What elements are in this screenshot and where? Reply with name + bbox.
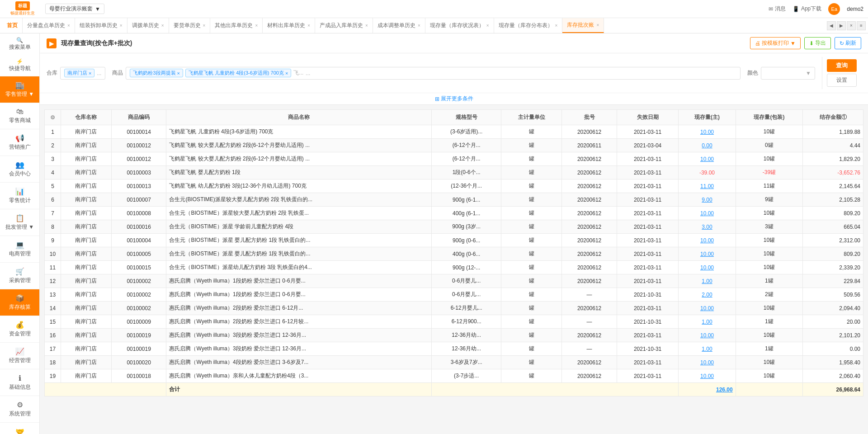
sidebar-item-system[interactable]: ⚙ 系统管理 xyxy=(0,396,39,423)
tab-zuzhuang[interactable]: 组装拆卸单历史 × xyxy=(75,18,127,33)
sidebar-item-ecommerce[interactable]: 💻 电商管理 xyxy=(0,236,39,263)
cell-batch: 20200612 xyxy=(562,125,617,139)
sidebar-item-inventory[interactable]: 📦 库存核算 xyxy=(0,289,39,316)
sidebar-item-marketing[interactable]: 📢 营销推广 xyxy=(0,129,39,156)
cell-stock-pkg: 10罐 xyxy=(736,369,802,383)
cell-stock-main[interactable]: 10.00 xyxy=(679,247,736,261)
avatar[interactable]: Ea xyxy=(828,3,840,15)
refresh-btn[interactable]: ↻ 刷新 xyxy=(835,37,861,49)
cell-expiry: 2021-03-11 xyxy=(617,179,678,193)
tab-product-in[interactable]: 产成品入库单历史 × xyxy=(315,18,373,33)
tab-diaob[interactable]: 调拨单历史 × xyxy=(127,18,169,33)
cell-stock-main[interactable]: 10.00 xyxy=(679,261,736,274)
table-row: 4 南岸门店 00100003 飞鹤星飞帆 婴儿配方奶粉 1段 1段(0-6个.… xyxy=(45,166,863,179)
cell-stock-main[interactable]: 3.00 xyxy=(679,220,736,234)
cell-amount: 1,958.40 xyxy=(803,356,863,369)
tab-product-in-close-icon[interactable]: × xyxy=(365,23,368,28)
warehouse-more: ... xyxy=(97,70,101,76)
sidebar-item-retail[interactable]: 🏬 零售管理 ▼ xyxy=(0,76,39,103)
table-row: 17 南岸门店 00100019 惠氏启腾（Wyeth illuma）3段奶粉 … xyxy=(45,342,863,356)
cell-stock-main[interactable]: 1.00 xyxy=(679,342,736,356)
th-settings[interactable]: ⚙ xyxy=(45,110,61,125)
table-row: 16 南岸门店 00100019 惠氏启腾（Wyeth illuma）3段奶粉 … xyxy=(45,329,863,342)
sidebar-item-wholesale[interactable]: 📋 批发管理 ▼ xyxy=(0,209,39,236)
cell-spec: 900g (6-1... xyxy=(431,193,501,207)
query-btn[interactable]: 查询 xyxy=(827,59,857,72)
cell-spec: 6-12月900... xyxy=(431,315,501,329)
template-print-btn[interactable]: 🖨 按模板打印 ▼ xyxy=(750,37,801,49)
tab-next-btn[interactable]: ▶ xyxy=(837,21,846,30)
warehouse-tag-close-icon[interactable]: × xyxy=(89,71,91,76)
cell-stock-main[interactable]: 10.00 xyxy=(679,207,736,220)
tab-home[interactable]: 首页 xyxy=(2,18,23,33)
cell-stock-main[interactable]: 1.00 xyxy=(679,315,736,329)
app-download-btn[interactable]: 📱 App下载 xyxy=(793,5,821,13)
cell-amount: 20.00 xyxy=(803,315,863,329)
sidebar-item-finance-label: 资金管理 xyxy=(9,330,31,337)
tab-yaoh[interactable]: 要货单历史 × xyxy=(169,18,211,33)
store-chevron-icon: ▼ xyxy=(95,6,100,12)
export-btn[interactable]: ⬇ 导出 xyxy=(804,37,831,49)
cell-stock-main[interactable]: 1.00 xyxy=(679,274,736,288)
cell-amount: 2,094.40 xyxy=(803,302,863,315)
sidebar-item-mall[interactable]: 🛍 零售商城 xyxy=(0,103,39,129)
tab-close-all-btn[interactable]: × xyxy=(847,21,856,30)
warehouse-tag-wrap[interactable]: 南岸门店 × ... xyxy=(60,67,105,80)
cell-stock-main[interactable]: 0.00 xyxy=(679,139,736,152)
tab-menu-btn[interactable]: ≡ xyxy=(857,21,866,30)
store-selector[interactable]: 母婴行业演示账套 ▼ xyxy=(45,4,104,14)
sidebar-search[interactable]: 🔍 搜索菜单 xyxy=(0,33,39,55)
sidebar-item-collab[interactable]: 🤝 企业协同 xyxy=(0,423,39,434)
cell-stock-main[interactable]: 10.00 xyxy=(679,356,736,369)
tab-other-out[interactable]: 其他出库单历史 × xyxy=(210,18,263,33)
cell-stock-main[interactable]: 10.00 xyxy=(679,234,736,247)
tab-stock-dist-close-icon[interactable]: × xyxy=(555,23,558,28)
tab-fenliang-close-icon[interactable]: × xyxy=(67,23,70,28)
tab-diaob-close-icon[interactable]: × xyxy=(161,23,164,28)
table-row: 5 南岸门店 00100013 飞鹤星飞帆 幼儿配方奶粉 3段(12-36个月幼… xyxy=(45,179,863,193)
cell-stock-main[interactable]: 11.00 xyxy=(679,179,736,193)
cell-name: 飞鹤星飞帆 婴儿配方奶粉 1段 xyxy=(166,166,431,179)
sidebar-nav[interactable]: ⚡ 快捷导航 xyxy=(0,55,39,76)
tab-prev-btn[interactable]: ◀ xyxy=(827,21,836,30)
cell-stock-main[interactable]: 2.00 xyxy=(679,288,736,302)
tab-zuzhuang-close-icon[interactable]: × xyxy=(120,23,123,28)
product-tag-2-close-icon[interactable]: × xyxy=(285,71,288,76)
tab-yaoh-close-icon[interactable]: × xyxy=(203,23,206,28)
product-tag-wrap[interactable]: 飞鹤奶粉3段两提装 × 飞鹤星飞帆 儿童奶粉 4段(3-6岁适用) 700克 ×… xyxy=(126,67,741,80)
sidebar-item-finance[interactable]: 💰 资金管理 xyxy=(0,316,39,343)
settings-btn[interactable]: 设置 xyxy=(827,74,857,87)
cell-stock-main[interactable]: 10.00 xyxy=(679,152,736,166)
cell-stock-main[interactable]: 10.00 xyxy=(679,369,736,383)
sidebar-expand-btn[interactable]: ▶ xyxy=(47,38,57,48)
expand-more-btn[interactable]: ⊞ 展开更多条件 xyxy=(435,95,473,103)
color-tag-wrap[interactable]: ▼ xyxy=(761,67,815,80)
sidebar-item-stats[interactable]: 📊 零售统计 xyxy=(0,183,39,209)
cell-stock-main[interactable]: 9.00 xyxy=(679,193,736,207)
cell-code: 00100009 xyxy=(111,315,166,329)
table-row: 8 南岸门店 00100016 合生元（BIOSTIME）派星 学龄前儿童配方奶… xyxy=(45,220,863,234)
tab-fenliang[interactable]: 分量盘点单历史 × xyxy=(23,18,75,33)
tab-batch[interactable]: 库存批次账 × xyxy=(562,18,604,33)
cell-stock-main[interactable]: 10.00 xyxy=(679,302,736,315)
cell-code: 00100002 xyxy=(111,302,166,315)
sidebar-item-info[interactable]: ℹ 基础信息 xyxy=(0,369,39,396)
tab-batch-close-icon[interactable]: × xyxy=(596,23,599,28)
tab-cost[interactable]: 成本调整单历史 × xyxy=(373,18,425,33)
tab-stock-status[interactable]: 现存量（库存状况表） × xyxy=(425,18,494,33)
tab-cost-close-icon[interactable]: × xyxy=(418,23,420,28)
tab-material-out-close-icon[interactable]: × xyxy=(307,23,310,28)
message-btn[interactable]: ✉ 消息 xyxy=(769,5,786,13)
table-row: 18 南岸门店 00100020 惠氏启腾（Wyeth illuma）4段奶粉 … xyxy=(45,356,863,369)
sidebar-item-member[interactable]: 👥 会员中心 xyxy=(0,156,39,183)
sidebar-item-management[interactable]: 📈 经营管理 xyxy=(0,343,39,369)
tab-other-out-close-icon[interactable]: × xyxy=(255,23,258,28)
tab-product-in-label: 产成品入库单历史 xyxy=(320,22,363,29)
tab-stock-dist[interactable]: 现存量（库存分布表） × xyxy=(494,18,563,33)
cell-stock-main[interactable]: 10.00 xyxy=(679,125,736,139)
tab-stock-status-close-icon[interactable]: × xyxy=(486,23,489,28)
cell-stock-main[interactable]: 10.00 xyxy=(679,329,736,342)
product-tag-1-close-icon[interactable]: × xyxy=(177,71,180,76)
sidebar-item-purchase[interactable]: 🛒 采购管理 xyxy=(0,263,39,289)
tab-material-out[interactable]: 材料出库单历史 × xyxy=(263,18,315,33)
